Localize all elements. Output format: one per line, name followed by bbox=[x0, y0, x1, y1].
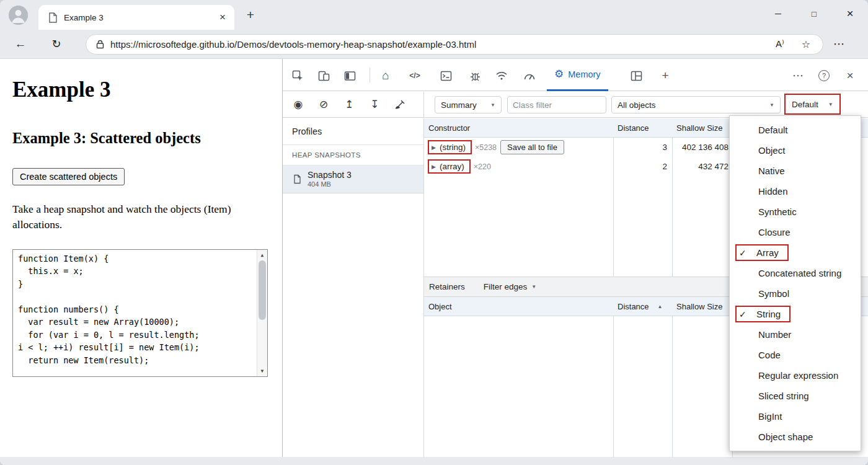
sources-icon[interactable]: </> bbox=[407, 68, 423, 84]
menu-item-regular-expression[interactable]: Regular expression bbox=[730, 365, 861, 386]
browser-window: Example 3 × + ─ □ × ← ↻ https://microsof… bbox=[0, 0, 868, 465]
collect-garbage-icon[interactable] bbox=[393, 99, 407, 110]
scrollbar-thumb[interactable] bbox=[259, 260, 266, 320]
person-icon bbox=[9, 6, 28, 25]
scroll-up-icon[interactable]: ▲ bbox=[257, 252, 267, 258]
devtools-overflow-icon[interactable]: ⋯ bbox=[790, 68, 806, 84]
check-icon: ✓ bbox=[739, 309, 756, 319]
tab-title: Example 3 bbox=[64, 13, 213, 22]
back-button[interactable]: ← bbox=[10, 33, 31, 55]
performance-gauge-icon[interactable] bbox=[521, 68, 538, 84]
column-header-distance[interactable]: Distance ▲ bbox=[613, 297, 672, 316]
menu-item-array[interactable]: ✓ Array bbox=[730, 242, 861, 263]
record-heap-snapshot-icon[interactable]: ◉ bbox=[291, 98, 305, 111]
column-header-shallow-size[interactable]: Shallow Size bbox=[672, 297, 732, 316]
dock-side-icon[interactable] bbox=[342, 68, 358, 84]
inspect-element-icon[interactable] bbox=[290, 68, 306, 84]
expand-arrow-icon[interactable]: ▶ bbox=[432, 164, 436, 170]
perspective-select[interactable]: Summary ▼ bbox=[435, 96, 502, 113]
memory-tab-label: Memory bbox=[568, 69, 600, 79]
address-bar[interactable]: https://microsoftedge.github.io/Demos/de… bbox=[86, 34, 823, 55]
menu-item-synthetic[interactable]: Synthetic bbox=[730, 202, 861, 222]
shallow-size-value: 402 136 408 bbox=[672, 143, 732, 152]
window-controls: ─ □ × bbox=[760, 0, 868, 27]
minimize-button[interactable]: ─ bbox=[760, 0, 796, 27]
favorites-star-icon[interactable]: ☆ bbox=[802, 38, 810, 50]
menu-item-closure[interactable]: Closure bbox=[730, 222, 861, 242]
tab-strip: Example 3 × + ─ □ × bbox=[0, 0, 868, 30]
code-line: function Item(x) { bbox=[18, 254, 251, 267]
group-by-select[interactable]: Default ▼ bbox=[784, 94, 841, 115]
new-tab-button[interactable]: + bbox=[242, 6, 259, 24]
snapshot-name: Snapshot 3 bbox=[308, 170, 352, 180]
column-header-distance[interactable]: Distance bbox=[613, 118, 672, 137]
shallow-size-value: 432 472 bbox=[672, 162, 732, 171]
code-line: function numbers() { bbox=[18, 304, 251, 317]
tab-close-icon[interactable]: × bbox=[219, 11, 226, 24]
load-profile-icon[interactable]: ↥ bbox=[342, 98, 356, 111]
code-line: this.x = x; bbox=[18, 266, 251, 279]
column-header-constructor[interactable]: Constructor bbox=[424, 118, 613, 137]
menu-item-object-shape[interactable]: Object shape bbox=[730, 427, 861, 447]
profile-avatar[interactable] bbox=[9, 6, 28, 25]
annotation-red-box: ✓ String bbox=[735, 306, 790, 322]
code-line bbox=[18, 291, 251, 304]
annotation-red-box: ▶ (string) bbox=[428, 140, 472, 154]
create-scattered-objects-button[interactable]: Create scattered objects bbox=[12, 168, 125, 185]
menu-item-string[interactable]: ✓ String bbox=[730, 304, 861, 324]
lock-icon bbox=[96, 40, 104, 49]
profiles-sidebar: Profiles HEAP SNAPSHOTS Snapshot 3 404 M… bbox=[283, 118, 424, 457]
code-line: return new Item(result); bbox=[18, 355, 251, 368]
toolbar-divider bbox=[370, 68, 370, 82]
instance-count: ×5238 bbox=[475, 143, 497, 152]
refresh-button[interactable]: ↻ bbox=[46, 33, 67, 55]
menu-item-number[interactable]: Number bbox=[730, 324, 861, 345]
snapshot-item[interactable]: Snapshot 3 404 MB bbox=[283, 166, 423, 193]
menu-item-sliced-string[interactable]: Sliced string bbox=[730, 386, 861, 406]
menu-item-symbol[interactable]: Symbol bbox=[730, 283, 861, 304]
browser-menu-icon[interactable]: ⋯ bbox=[833, 37, 845, 51]
menu-item-code[interactable]: Code bbox=[730, 345, 861, 365]
welcome-home-icon[interactable]: ⌂ bbox=[378, 68, 394, 84]
class-filter-input[interactable] bbox=[507, 96, 606, 113]
menu-item-object[interactable]: Object bbox=[730, 140, 861, 161]
vertical-scrollbar[interactable]: ▲ ▼ bbox=[257, 250, 267, 376]
tab-memory[interactable]: ⚙ Memory bbox=[547, 59, 608, 91]
distance-value: 3 bbox=[613, 143, 672, 152]
annotation-red-box: ▶ (array) bbox=[428, 159, 471, 174]
filter-edges-select[interactable]: Filter edges ▼ bbox=[484, 282, 536, 291]
devtools-close-icon[interactable]: × bbox=[842, 68, 858, 84]
chevron-down-icon: ▼ bbox=[769, 102, 774, 108]
help-icon[interactable]: ? bbox=[816, 68, 832, 84]
menu-item-hidden[interactable]: Hidden bbox=[730, 181, 861, 202]
menu-item-concatenated-string[interactable]: Concatenated string bbox=[730, 263, 861, 283]
maximize-button[interactable]: □ bbox=[796, 0, 832, 27]
read-aloud-icon[interactable]: A⁾ bbox=[776, 38, 784, 50]
window-bottom-frame bbox=[0, 457, 868, 465]
distance-value: 2 bbox=[613, 162, 672, 171]
menu-item-default[interactable]: Default bbox=[730, 120, 861, 140]
chevron-down-icon: ▼ bbox=[828, 102, 833, 107]
code-textarea[interactable]: function Item(x) { this.x = x; } functio… bbox=[12, 249, 268, 377]
window-close-button[interactable]: × bbox=[832, 0, 868, 27]
menu-item-bigint[interactable]: BigInt bbox=[730, 406, 861, 427]
code-line: var result = new Array(10000); bbox=[18, 317, 251, 330]
save-profile-icon[interactable]: ↧ bbox=[368, 98, 381, 111]
browser-tab[interactable]: Example 3 × bbox=[38, 5, 234, 30]
clear-profiles-icon[interactable]: ⊘ bbox=[317, 98, 330, 111]
issues-bug-icon[interactable] bbox=[467, 68, 483, 84]
layout-panels-icon[interactable] bbox=[628, 68, 644, 84]
save-all-to-file-button[interactable]: Save all to file bbox=[500, 140, 564, 154]
network-wifi-icon[interactable] bbox=[494, 68, 510, 84]
menu-item-native[interactable]: Native bbox=[730, 161, 861, 181]
add-panel-icon[interactable]: + bbox=[657, 68, 673, 84]
memory-panel-toolbar: ◉ ⊘ ↥ ↧ Summary ▼ bbox=[283, 92, 868, 118]
code-line: i < l; ++i) result[i] = new Item(i); bbox=[18, 342, 251, 355]
scroll-down-icon[interactable]: ▼ bbox=[257, 368, 267, 374]
column-header-shallow-size[interactable]: Shallow Size bbox=[672, 118, 732, 137]
all-objects-select[interactable]: All objects ▼ bbox=[611, 96, 781, 113]
console-icon[interactable] bbox=[438, 68, 454, 84]
expand-arrow-icon[interactable]: ▶ bbox=[432, 144, 436, 151]
column-header-object[interactable]: Object bbox=[424, 297, 613, 316]
device-emulation-icon[interactable] bbox=[316, 68, 332, 84]
